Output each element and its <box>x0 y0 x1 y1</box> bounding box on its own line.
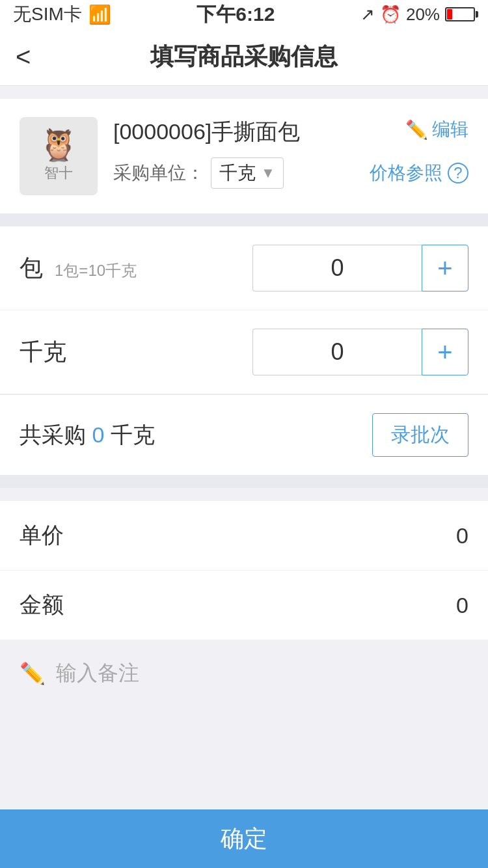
location-icon: ↗ <box>360 5 375 25</box>
pack-input-right: + <box>252 245 468 292</box>
pencil-icon: ✏️ <box>20 661 46 686</box>
total-text: 共采购 0 千克 <box>20 420 155 450</box>
product-name: [0000006]手撕面包 <box>113 117 300 147</box>
section-divider-1 <box>0 213 488 226</box>
total-section: 共采购 0 千克 录批次 <box>0 395 488 475</box>
pack-plus-button[interactable]: + <box>422 245 468 292</box>
product-image: 🦉 智十 <box>20 117 98 195</box>
pack-input-row: 包 1包=10千克 + <box>0 226 488 310</box>
amount-label: 金额 <box>20 590 64 620</box>
status-left: 无SIM卡 📶 <box>13 2 111 27</box>
product-logo-text: 智十 <box>44 163 73 183</box>
status-right: ↗ ⏰ 20% <box>360 5 475 25</box>
amount-value: 0 <box>456 593 468 618</box>
help-icon[interactable]: ? <box>448 163 468 183</box>
notes-section[interactable]: ✏️ 输入备注 <box>0 640 488 707</box>
pack-quantity-input[interactable] <box>252 245 422 292</box>
section-divider-3 <box>0 475 488 488</box>
kg-input-row: 千克 + <box>0 310 488 394</box>
wifi-icon: 📶 <box>88 4 111 25</box>
kg-plus-button[interactable]: + <box>422 329 468 375</box>
edit-label: 编辑 <box>432 117 468 142</box>
price-ref-label: 价格参照 <box>370 161 442 185</box>
confirm-button-label: 确定 <box>221 823 267 855</box>
input-section: 包 1包=10千克 + 千克 + <box>0 226 488 394</box>
price-section: 单价 0 金额 0 <box>0 501 488 640</box>
battery-percent: 20% <box>406 5 440 25</box>
pack-sub-label: 1包=10千克 <box>55 262 137 279</box>
confirm-button[interactable]: 确定 <box>0 809 488 868</box>
nav-bar: < 填写商品采购信息 <box>0 29 488 86</box>
product-logo: 🦉 <box>39 129 78 161</box>
unit-price-label: 单价 <box>20 521 64 550</box>
batch-button[interactable]: 录批次 <box>372 413 468 457</box>
product-info: [0000006]手撕面包 ✏️ 编辑 采购单位： 千克 ▼ 价格参照 ? <box>113 117 468 189</box>
back-button[interactable]: < <box>16 42 31 72</box>
kg-label: 千克 <box>20 336 98 368</box>
page-title: 填写商品采购信息 <box>150 41 338 73</box>
notes-placeholder: 输入备注 <box>56 659 139 688</box>
unit-select[interactable]: 千克 ▼ <box>211 157 284 189</box>
carrier-text: 无SIM卡 <box>13 2 82 27</box>
kg-quantity-input[interactable] <box>252 329 422 375</box>
pack-label: 包 1包=10千克 <box>20 252 137 284</box>
amount-row: 金额 0 <box>0 571 488 640</box>
unit-price-value: 0 <box>456 523 468 549</box>
unit-value: 千克 <box>219 161 256 185</box>
time-display: 下午6:12 <box>197 1 275 28</box>
total-label: 共采购 <box>20 422 86 447</box>
battery-icon <box>445 7 475 21</box>
unit-price-row: 单价 0 <box>0 501 488 571</box>
alarm-icon: ⏰ <box>380 5 401 25</box>
total-unit: 千克 <box>111 422 155 447</box>
edit-button[interactable]: ✏️ 编辑 <box>405 117 468 142</box>
price-ref-button[interactable]: 价格参照 ? <box>370 161 468 185</box>
chevron-down-icon: ▼ <box>261 165 275 182</box>
kg-input-right: + <box>252 329 468 375</box>
status-bar: 无SIM卡 📶 下午6:12 ↗ ⏰ 20% <box>0 0 488 29</box>
unit-row: 采购单位： 千克 ▼ 价格参照 ? <box>113 157 468 189</box>
edit-icon: ✏️ <box>405 119 428 141</box>
product-header: [0000006]手撕面包 ✏️ 编辑 <box>113 117 468 147</box>
total-value: 0 <box>92 422 110 447</box>
unit-label: 采购单位： <box>113 161 204 185</box>
product-card: 🦉 智十 [0000006]手撕面包 ✏️ 编辑 采购单位： 千克 ▼ 价格参照… <box>0 99 488 213</box>
